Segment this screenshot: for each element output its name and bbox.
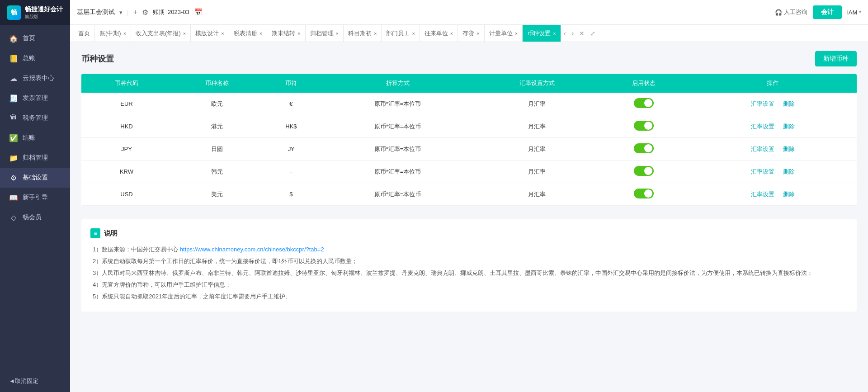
tab-close-icon[interactable]: × bbox=[553, 31, 556, 36]
page-header: 币种设置 新增币种 bbox=[81, 51, 857, 66]
rate-setting-link[interactable]: 汇率设置 bbox=[751, 123, 774, 130]
currency-table: 币种代码币种名称币符折算方式汇率设置方式启用状态操作 EUR 欧元 € 原币*汇… bbox=[81, 74, 857, 206]
sidebar-item-label: 结账 bbox=[23, 134, 35, 142]
tab-close-icon[interactable]: × bbox=[412, 31, 415, 36]
tab-close-icon[interactable]: × bbox=[123, 31, 126, 36]
sidebar-item-reports[interactable]: ☁云报表中心 bbox=[0, 68, 70, 88]
topbar-user: iAM * bbox=[847, 9, 861, 16]
company-dropdown-icon[interactable]: ▾ bbox=[119, 9, 123, 16]
notes-title: ≡ 说明 bbox=[90, 228, 848, 238]
currency-code: HKD bbox=[81, 115, 172, 138]
tab-label: 部门员工 bbox=[386, 29, 410, 38]
tab-close-icon[interactable]: × bbox=[183, 31, 186, 36]
tab-首页[interactable]: 首页 bbox=[74, 25, 95, 42]
tab-账(中期)[interactable]: 账(中期)× bbox=[95, 25, 131, 42]
tab-收入支出表(年报)[interactable]: 收入支出表(年报)× bbox=[131, 25, 191, 42]
tab-往来单位[interactable]: 往来单位× bbox=[420, 25, 458, 42]
tab-存货[interactable]: 存货× bbox=[458, 25, 484, 42]
tab-close-icon[interactable]: × bbox=[336, 31, 339, 36]
notes-section: ≡ 说明 1）数据来源：中国外汇交易中心 https://www.chinamo… bbox=[81, 219, 857, 312]
sidebar-pin-toggle[interactable]: ◄取消固定 bbox=[0, 370, 70, 392]
sidebar-item-settings[interactable]: ⚙基础设置 bbox=[0, 168, 70, 188]
sidebar-item-label: 总账 bbox=[23, 54, 35, 62]
sidebar-item-ledger[interactable]: 📒总账 bbox=[0, 48, 70, 68]
calc-method: 原币*汇率=本位币 bbox=[320, 93, 476, 115]
new-currency-button[interactable]: 新增币种 bbox=[815, 51, 857, 66]
rate-setting-link[interactable]: 汇率设置 bbox=[751, 100, 774, 107]
enable-toggle[interactable] bbox=[634, 166, 654, 176]
table-header-cell: 币种代码 bbox=[81, 74, 172, 93]
topbar: 基层工会测试 ▾ | + ⚙ 账期 2023-03 📅 🎧 人工咨询 会计 iA… bbox=[70, 0, 868, 25]
member-icon: ◇ bbox=[9, 213, 18, 222]
notes-item: 5）系统只能自动抓取2021年度后的汇率，之前年度汇率需要用户手工维护。 bbox=[90, 291, 848, 302]
rate-setting-link[interactable]: 汇率设置 bbox=[751, 146, 774, 152]
tab-close-icon[interactable]: × bbox=[450, 31, 453, 36]
guide-icon: 📖 bbox=[9, 193, 18, 202]
tab-label: 计量单位 bbox=[489, 29, 513, 38]
tab-close-icon[interactable]: × bbox=[374, 31, 377, 36]
sidebar-item-home[interactable]: 🏠首页 bbox=[0, 28, 70, 48]
topbar-support-button[interactable]: 🎧 人工咨询 bbox=[775, 8, 807, 16]
sidebar-item-member[interactable]: ◇畅会员 bbox=[0, 208, 70, 227]
sidebar-item-label: 首页 bbox=[23, 34, 35, 43]
currency-name: 欧元 bbox=[172, 93, 262, 115]
sidebar-item-invoice[interactable]: 🧾发票管理 bbox=[0, 88, 70, 108]
main-area: 基层工会测试 ▾ | + ⚙ 账期 2023-03 📅 🎧 人工咨询 会计 iA… bbox=[70, 0, 868, 392]
sidebar-item-archive[interactable]: 📁归档管理 bbox=[0, 148, 70, 168]
enable-toggle[interactable] bbox=[634, 121, 654, 131]
topbar-settings-button[interactable]: ⚙ bbox=[142, 8, 148, 17]
sidebar-item-label: 发票管理 bbox=[23, 94, 48, 102]
tab-nav-next[interactable]: › bbox=[569, 29, 576, 38]
rate-setting-link[interactable]: 汇率设置 bbox=[751, 191, 774, 198]
tab-close-icon[interactable]: × bbox=[515, 31, 518, 36]
delete-link[interactable]: 删除 bbox=[783, 191, 795, 198]
tab-期末结转[interactable]: 期末结转× bbox=[267, 25, 305, 42]
enable-toggle[interactable] bbox=[634, 143, 654, 153]
tab-expand[interactable]: ⤢ bbox=[587, 30, 598, 37]
tab-close-all[interactable]: ✕ bbox=[576, 30, 587, 37]
tab-close-icon[interactable]: × bbox=[221, 31, 224, 36]
tab-close-icon[interactable]: × bbox=[297, 31, 300, 36]
currency-code: KRW bbox=[81, 161, 172, 183]
table-body: EUR 欧元 € 原币*汇率=本位币 月汇率 汇率设置 删除 HKD 港元 HK… bbox=[81, 93, 857, 206]
sidebar-item-guide[interactable]: 📖新手引导 bbox=[0, 188, 70, 208]
notes-external-link[interactable]: https://www.chinamoney.com.cn/chinese/bk… bbox=[180, 246, 324, 253]
table-row: KRW 韩元 -- 原币*汇率=本位币 月汇率 汇率设置 删除 bbox=[81, 161, 857, 183]
archive-icon: 📁 bbox=[9, 153, 18, 162]
actions: 汇率设置 删除 bbox=[689, 115, 857, 138]
sidebar-item-closing[interactable]: ✅结账 bbox=[0, 128, 70, 148]
delete-link[interactable]: 删除 bbox=[783, 123, 795, 130]
accounting-button[interactable]: 会计 bbox=[813, 5, 842, 19]
tab-close-icon[interactable]: × bbox=[259, 31, 262, 36]
headset-icon: 🎧 bbox=[775, 9, 782, 16]
enable-toggle[interactable] bbox=[634, 189, 654, 198]
tab-nav-prev[interactable]: ‹ bbox=[561, 29, 569, 38]
tab-label: 期末结转 bbox=[272, 29, 295, 38]
table-header-cell: 币符 bbox=[262, 74, 320, 93]
tab-科目期初[interactable]: 科目期初× bbox=[344, 25, 382, 42]
tab-计量单位[interactable]: 计量单位× bbox=[485, 25, 523, 42]
tab-税表清册[interactable]: 税表清册× bbox=[229, 25, 267, 42]
tab-归档管理[interactable]: 归档管理× bbox=[306, 25, 344, 42]
table-header-cell: 汇率设置方式 bbox=[475, 74, 598, 93]
tab-部门员工[interactable]: 部门员工× bbox=[382, 25, 420, 42]
enable-toggle[interactable] bbox=[634, 98, 654, 108]
topbar-calendar-icon[interactable]: 📅 bbox=[194, 8, 203, 16]
rate-type: 月汇率 bbox=[475, 161, 598, 183]
tab-close-icon[interactable]: × bbox=[476, 31, 479, 36]
tax-icon: 🏛 bbox=[9, 113, 18, 123]
sidebar-item-tax[interactable]: 🏛税务管理 bbox=[0, 108, 70, 128]
tab-label: 收入支出表(年报) bbox=[136, 29, 181, 38]
delete-link[interactable]: 删除 bbox=[783, 100, 795, 107]
tab-币种设置[interactable]: 币种设置× bbox=[523, 25, 561, 42]
rate-type: 月汇率 bbox=[475, 115, 598, 138]
tab-模版设计[interactable]: 模版设计× bbox=[191, 25, 229, 42]
home-icon: 🏠 bbox=[9, 34, 18, 43]
rate-setting-link[interactable]: 汇率设置 bbox=[751, 168, 774, 175]
currency-symbol: HK$ bbox=[262, 115, 320, 138]
delete-link[interactable]: 删除 bbox=[783, 168, 795, 175]
topbar-add-button[interactable]: + bbox=[133, 8, 137, 16]
enabled-status bbox=[599, 183, 689, 206]
tab-label: 账(中期) bbox=[99, 29, 121, 38]
delete-link[interactable]: 删除 bbox=[783, 146, 795, 152]
